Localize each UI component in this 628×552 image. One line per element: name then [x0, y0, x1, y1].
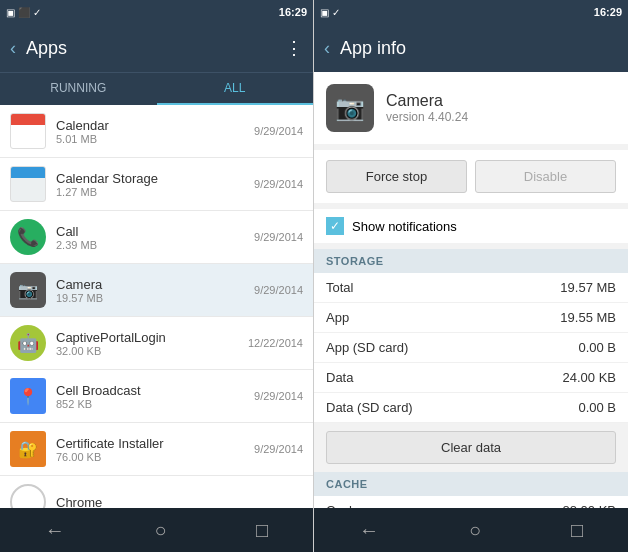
- right-header: ‹ App info: [314, 24, 628, 72]
- app-size: 32.00 KB: [56, 345, 248, 357]
- app-size: 852 KB: [56, 398, 254, 410]
- action-buttons: Force stop Disable: [314, 150, 628, 203]
- calendar-storage-icon: [10, 166, 46, 202]
- notifications-row[interactable]: ✓ Show notifications: [314, 209, 628, 243]
- app-info-content: 📷 Camera version 4.40.24 Force stop Disa…: [314, 72, 628, 508]
- storage-total-value: 19.57 MB: [560, 280, 616, 295]
- storage-app-sd-value: 0.00 B: [578, 340, 616, 355]
- storage-data-sd-label: Data (SD card): [326, 400, 413, 415]
- bottom-nav-right: ← ○ □: [314, 508, 628, 552]
- chrome-icon: [10, 484, 46, 508]
- disable-button[interactable]: Disable: [475, 160, 616, 193]
- storage-data-sd-row: Data (SD card) 0.00 B: [314, 393, 628, 423]
- app-size: 1.27 MB: [56, 186, 254, 198]
- notifications-checkbox[interactable]: ✓: [326, 217, 344, 235]
- bottom-nav-left: ← ○ □: [0, 508, 313, 552]
- camera-icon-list: 📷: [10, 272, 46, 308]
- app-date: 9/29/2014: [254, 125, 303, 137]
- storage-data-row: Data 24.00 KB: [314, 363, 628, 393]
- app-name: Certificate Installer: [56, 436, 254, 451]
- status-icons-right: ▣ ✓: [320, 7, 340, 18]
- app-info-calendar: Calendar 5.01 MB: [56, 118, 254, 145]
- tabs-bar: RUNNING ALL: [0, 72, 313, 105]
- status-bar-right: ▣ ✓ 16:29: [314, 0, 628, 24]
- list-item[interactable]: 🔐 Certificate Installer 76.00 KB 9/29/20…: [0, 423, 313, 476]
- storage-data-label: Data: [326, 370, 353, 385]
- notifications-label: Show notifications: [352, 219, 457, 234]
- app-size: 2.39 MB: [56, 239, 254, 251]
- app-name: Chrome: [56, 495, 303, 509]
- app-size: 19.57 MB: [56, 292, 254, 304]
- notification-icons-right: ▣ ✓: [320, 7, 340, 18]
- right-panel: ▣ ✓ 16:29 ‹ App info 📷 Camera version 4.…: [314, 0, 628, 552]
- storage-app-sd-row: App (SD card) 0.00 B: [314, 333, 628, 363]
- list-item[interactable]: 📍 Cell Broadcast 852 KB 9/29/2014: [0, 370, 313, 423]
- app-list: Calendar 5.01 MB 9/29/2014 Calendar Stor…: [0, 105, 313, 508]
- app-size: 5.01 MB: [56, 133, 254, 145]
- cache-row: Cache 88.00 KB: [314, 496, 628, 508]
- storage-section-header: STORAGE: [314, 249, 628, 273]
- force-stop-button[interactable]: Force stop: [326, 160, 467, 193]
- back-button-left[interactable]: ‹: [10, 38, 16, 59]
- left-panel: ▣ ⬛ ✓ 16:29 ‹ Apps ⋮ RUNNING ALL Calenda…: [0, 0, 314, 552]
- cert-icon: 🔐: [10, 431, 46, 467]
- app-name: Calendar: [56, 118, 254, 133]
- storage-app-value: 19.55 MB: [560, 310, 616, 325]
- app-info-camera: Camera 19.57 MB: [56, 277, 254, 304]
- captive-icon: 🤖: [10, 325, 46, 361]
- app-date: 9/29/2014: [254, 284, 303, 296]
- app-info-cert: Certificate Installer 76.00 KB: [56, 436, 254, 463]
- back-nav-button[interactable]: ←: [25, 511, 85, 550]
- storage-app-sd-label: App (SD card): [326, 340, 408, 355]
- app-info-chrome: Chrome: [56, 495, 303, 509]
- tab-all[interactable]: ALL: [157, 73, 314, 105]
- recents-nav-button[interactable]: □: [236, 511, 288, 550]
- app-date: 9/29/2014: [254, 178, 303, 190]
- page-title-right: App info: [340, 38, 618, 59]
- app-name: CaptivePortalLogin: [56, 330, 248, 345]
- left-header: ‹ Apps ⋮: [0, 24, 313, 72]
- status-bar-left: ▣ ⬛ ✓ 16:29: [0, 0, 313, 24]
- recents-nav-button-right[interactable]: □: [551, 511, 603, 550]
- app-name: Call: [56, 224, 254, 239]
- app-date: 9/29/2014: [254, 231, 303, 243]
- storage-data-sd-value: 0.00 B: [578, 400, 616, 415]
- camera-icon-large: 📷: [326, 84, 374, 132]
- app-info-captive: CaptivePortalLogin 32.00 KB: [56, 330, 248, 357]
- storage-app-row: App 19.55 MB: [314, 303, 628, 333]
- status-icons-left: ▣ ⬛ ✓: [6, 7, 41, 18]
- list-item[interactable]: 📞 Call 2.39 MB 9/29/2014: [0, 211, 313, 264]
- cell-broadcast-icon: 📍: [10, 378, 46, 414]
- home-nav-button[interactable]: ○: [134, 511, 186, 550]
- list-item[interactable]: 🤖 CaptivePortalLogin 32.00 KB 12/22/2014: [0, 317, 313, 370]
- app-name: Calendar Storage: [56, 171, 254, 186]
- notification-icons: ▣ ⬛ ✓: [6, 7, 41, 18]
- back-nav-button-right[interactable]: ←: [339, 511, 399, 550]
- clear-data-button[interactable]: Clear data: [326, 431, 616, 464]
- storage-total-row: Total 19.57 MB: [314, 273, 628, 303]
- app-version: version 4.40.24: [386, 110, 468, 124]
- tab-running[interactable]: RUNNING: [0, 73, 157, 105]
- call-icon: 📞: [10, 219, 46, 255]
- menu-button[interactable]: ⋮: [285, 37, 303, 59]
- list-item[interactable]: 📷 Camera 19.57 MB 9/29/2014: [0, 264, 313, 317]
- status-time-left: 16:29: [279, 6, 307, 18]
- storage-total-label: Total: [326, 280, 353, 295]
- app-name: Cell Broadcast: [56, 383, 254, 398]
- app-date: 9/29/2014: [254, 390, 303, 402]
- list-item[interactable]: Calendar Storage 1.27 MB 9/29/2014: [0, 158, 313, 211]
- back-button-right[interactable]: ‹: [324, 38, 330, 59]
- home-nav-button-right[interactable]: ○: [449, 511, 501, 550]
- app-info-top: 📷 Camera version 4.40.24: [314, 72, 628, 144]
- app-date: 9/29/2014: [254, 443, 303, 455]
- app-info-cell: Cell Broadcast 852 KB: [56, 383, 254, 410]
- status-time-right: 16:29: [594, 6, 622, 18]
- storage-app-label: App: [326, 310, 349, 325]
- app-info-call: Call 2.39 MB: [56, 224, 254, 251]
- list-item[interactable]: Calendar 5.01 MB 9/29/2014: [0, 105, 313, 158]
- cache-section-header: CACHE: [314, 472, 628, 496]
- calendar-icon: [10, 113, 46, 149]
- list-item[interactable]: Chrome: [0, 476, 313, 508]
- app-name: Camera: [56, 277, 254, 292]
- app-detail-name: Camera: [386, 92, 468, 110]
